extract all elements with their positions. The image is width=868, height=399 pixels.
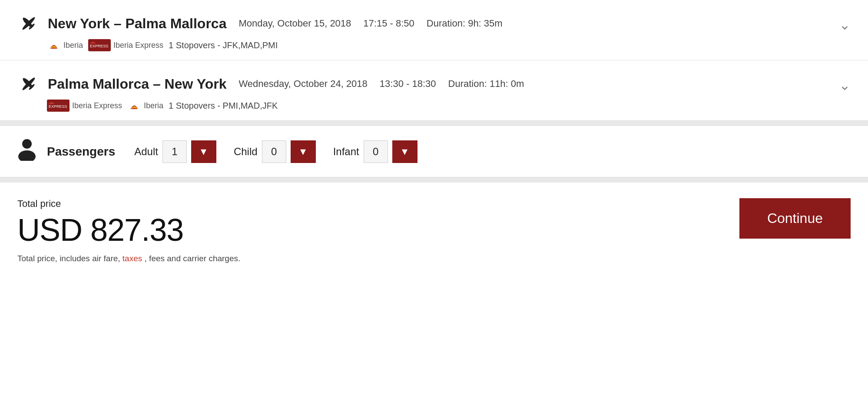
flight2-route: Palma Mallorca – New York (48, 76, 226, 92)
svg-point-13 (22, 139, 32, 149)
svg-text:EXPRESS: EXPRESS (90, 44, 109, 48)
separator2 (0, 177, 868, 183)
infant-value: 0 (364, 140, 388, 163)
adult-group: Adult 1 (134, 140, 216, 163)
passengers-label: Passengers (47, 145, 115, 159)
flight1-airline2-logo: EXPRESS Iberia Express (88, 39, 163, 51)
disclaimer-pre: Total price, includes air fare, (17, 254, 120, 263)
price-disclaimer: Total price, includes air fare, taxes , … (17, 254, 851, 263)
infant-group: Infant 0 (333, 140, 417, 163)
plane2-icon (17, 73, 40, 95)
child-group: Child 0 (234, 140, 316, 163)
total-price-value: USD 827.33 (17, 212, 851, 248)
infant-dropdown-button[interactable] (392, 140, 417, 163)
plane1-icon (17, 12, 40, 35)
flight2-airline1-logo: EXPRESS Iberia Express (47, 100, 122, 112)
flight1-time: 17:15 - 8:50 (363, 18, 414, 29)
flight1-duration: Duration: 9h: 35m (427, 18, 503, 29)
adult-dropdown-button[interactable] (191, 140, 216, 163)
svg-point-14 (18, 150, 36, 161)
continue-button[interactable]: Continue (739, 198, 851, 239)
disclaimer-post: , fees and carrier charges. (145, 254, 241, 263)
adult-value: 1 (162, 140, 187, 163)
price-currency: USD (17, 213, 82, 247)
child-label: Child (234, 146, 258, 158)
flight2-airline2-name: Iberia (144, 101, 163, 110)
flight1-airline1-name: Iberia (63, 41, 83, 50)
taxes-link[interactable]: taxes (123, 254, 142, 263)
child-value: 0 (262, 140, 286, 163)
flight2-expand-icon[interactable]: ⌄ (839, 77, 851, 93)
passengers-section: Passengers Adult 1 Child 0 Infant 0 (0, 126, 868, 177)
infant-label: Infant (333, 146, 359, 158)
flight1-section: New York – Palma Mallorca Monday, Octobe… (0, 0, 868, 60)
separator (0, 121, 868, 126)
flight1-route: New York – Palma Mallorca (48, 16, 226, 32)
flight2-time: 13:30 - 18:30 (380, 78, 436, 90)
flight1-expand-icon[interactable]: ⌄ (839, 17, 851, 33)
svg-text:EXPRESS: EXPRESS (49, 104, 67, 109)
flight2-airline1-name: Iberia Express (72, 101, 122, 110)
flight2-stopovers: 1 Stopovers - PMI,MAD,JFK (169, 101, 278, 111)
flight2-duration: Duration: 11h: 0m (448, 78, 524, 90)
person-icon (17, 138, 36, 165)
flight2-airline2-logo: Iberia (127, 100, 163, 111)
flight1-date: Monday, October 15, 2018 (239, 18, 351, 29)
flight1-airline1-logo: Iberia (47, 40, 83, 50)
flight2-section: Palma Mallorca – New York Wednesday, Oct… (0, 60, 868, 121)
adult-label: Adult (134, 146, 158, 158)
pricing-section: Total price USD 827.33 Total price, incl… (0, 183, 868, 276)
flight1-airline2-name: Iberia Express (113, 41, 163, 50)
flight1-stopovers: 1 Stopovers - JFK,MAD,PMI (169, 40, 278, 50)
flight2-date: Wednesday, October 24, 2018 (239, 78, 367, 90)
child-dropdown-button[interactable] (291, 140, 316, 163)
total-price-label: Total price (17, 198, 851, 209)
price-amount: 827.33 (90, 213, 183, 247)
